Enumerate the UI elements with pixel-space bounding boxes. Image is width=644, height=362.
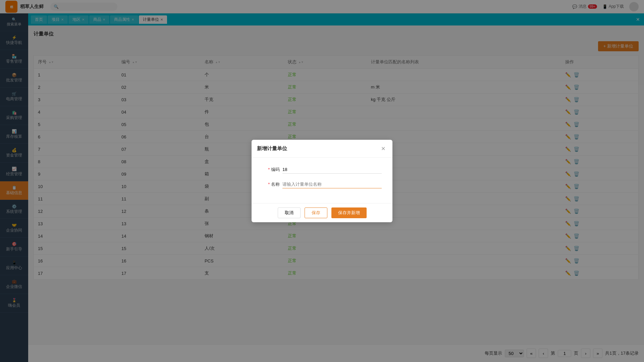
modal-overlay[interactable]: 新增计量单位 ✕ * 编码 * 名称 取消 保存 保存并新增	[0, 0, 644, 362]
save-button[interactable]: 保存	[305, 207, 327, 218]
modal-title: 新增计量单位	[257, 145, 287, 152]
name-required-mark: *	[268, 182, 270, 187]
add-unit-modal: 新增计量单位 ✕ * 编码 * 名称 取消 保存 保存并新增	[252, 140, 392, 222]
modal-body: * 编码 * 名称	[252, 158, 392, 203]
cancel-button[interactable]: 取消	[278, 207, 301, 218]
save-and-new-button[interactable]: 保存并新增	[331, 207, 367, 218]
modal-close-button[interactable]: ✕	[379, 144, 387, 153]
code-label: * 编码	[262, 167, 282, 173]
modal-footer: 取消 保存 保存并新增	[252, 203, 392, 222]
modal-header: 新增计量单位 ✕	[252, 140, 392, 158]
code-input[interactable]	[282, 166, 382, 174]
name-form-item: * 名称	[262, 180, 382, 188]
name-input[interactable]	[282, 180, 382, 188]
code-required-mark: *	[268, 167, 270, 172]
code-form-item: * 编码	[262, 166, 382, 174]
name-label: * 名称	[262, 181, 282, 187]
